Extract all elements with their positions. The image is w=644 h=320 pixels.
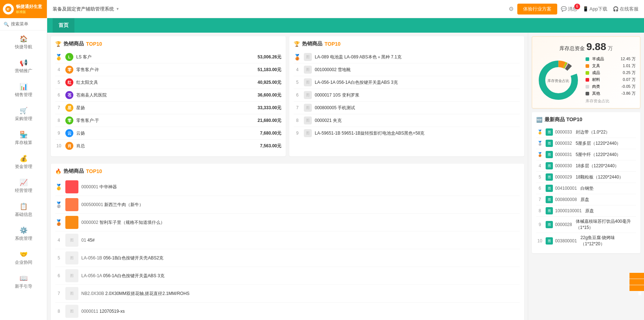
hot-products-title: 🔥 热销商品 TOP10 [55, 168, 520, 175]
hot-item: 7 图 NB2.0X30B 2.0X30MM双搓花轴,搓花直径2.1MM/ROH… [55, 285, 520, 303]
sidebar-item-purchase[interactable]: 🛒 采购管理 [0, 102, 47, 126]
legend-item: 材料 0.07 万 [586, 77, 636, 82]
float-live-btn[interactable]: 直播 [629, 285, 644, 291]
list-item: 9 图 LA-59651-1B 59651-1B旋转投影灯电池盒ABS黑色+58… [294, 127, 520, 139]
latest-item: 🥈 图 0000032 5厘多层（1220*2440） [536, 138, 636, 149]
gold-medal-icon: 🥇 [55, 184, 62, 190]
top-customers-title: 🏆 热销商品 TOP10 [55, 41, 281, 47]
mobile-icon: 📱 [583, 6, 588, 12]
sidebar-item-enterprise[interactable]: 🤝 企业协同 [0, 246, 47, 270]
latest-img: 图 [546, 237, 553, 245]
tab-home[interactable]: 首页 [53, 18, 74, 33]
product-img-placeholder: 图 [304, 66, 312, 74]
product-img-placeholder: 图 [304, 53, 312, 61]
list-item: 4 图 001000002 雪地靴 [294, 63, 520, 76]
sidebar-item-inventory[interactable]: 🏪 库存核算 [0, 126, 47, 150]
message-action[interactable]: 💬 消息 6 [561, 6, 577, 12]
donut-chart-area: 库存资金占比 半成品 12.45 万 [537, 56, 636, 104]
legend-color-icon [586, 71, 589, 75]
trial-button[interactable]: 体验行业方案 [517, 4, 557, 15]
list-item: 6 图 0000017 10S 变利罗浆 [294, 89, 520, 102]
sidebar-nav: 🏠 快捷导航 📢 营销推广 📊 销售管理 🛒 采购管理 🏪 库存核算 💰 资金管… [0, 30, 47, 320]
legend-color-icon [586, 85, 589, 89]
list-item: 9 云 云扬 7,680.00元 [55, 127, 281, 140]
topbar-actions: 💬 消息 6 📱 App下载 🎧 在线客服 [561, 6, 639, 12]
sidebar-item-quick-nav[interactable]: 🏠 快捷导航 [0, 30, 47, 54]
trending-icon: 📈 [20, 179, 28, 186]
legend-color-icon [586, 57, 589, 61]
list-item: 4 零 零售客户·许 51,183.00元 [55, 63, 281, 76]
top-customers-list: 🥇 L LS 客户 53,006.26元 4 零 零售客户·许 51,183.0… [55, 51, 281, 152]
svg-text:好: 好 [6, 7, 10, 11]
float-community-btn[interactable]: 服务社区 [629, 279, 644, 285]
search-menu-item[interactable]: 🔍 搜索菜单 [0, 18, 47, 30]
inventory-total: 库存总资金 9.88 万 [537, 41, 636, 53]
latest-item: 🥇 图 0000033 封边带（1.0*22） [536, 127, 636, 138]
top-products-right-list: 🥉 图 LA-089 电池盖 LA-089 ABS本色＋黑种 7.1克 4 图 … [294, 51, 520, 139]
sidebar-item-guide[interactable]: 📖 新手引导 [0, 270, 47, 294]
megaphone-icon: 📢 [20, 59, 28, 67]
bronze-medal-icon: 🥉 [294, 54, 301, 61]
list-item: 7 图 000800005 手机测试 [294, 102, 520, 114]
trophy-icon-2: 🏆 [294, 41, 300, 47]
hot-img [65, 216, 78, 229]
customer-badge: 零 [65, 66, 73, 74]
inventory-legend: 半成品 12.45 万 文具 1.01 万 [586, 56, 636, 104]
latest-products-list: 🥇 图 0000033 封边带（1.0*22） 🥈 图 0000032 5厘多层… [536, 127, 636, 249]
customer-badge: 红 [65, 78, 73, 86]
customer-badge: 星 [65, 104, 73, 112]
hot-products-card: 🔥 热销商品 TOP10 🥇 0000001 中华神器 [51, 164, 524, 320]
sidebar-item-operations[interactable]: 📈 经营管理 [0, 174, 47, 198]
logo-icon: 好 [3, 4, 14, 15]
gold-medal-icon: 🥇 [55, 54, 62, 61]
latest-img: 图 [546, 221, 553, 228]
headset-icon: 🎧 [613, 6, 619, 12]
hot-img [65, 180, 78, 193]
topbar: 装备及固定资产辅助管理系统 ▼ ⚙ 体验行业方案 💬 消息 6 📱 App下载 … [47, 0, 644, 18]
home-icon: 🏠 [20, 35, 28, 43]
hot-item: 🥇 0000001 中华神器 [55, 178, 520, 196]
hot-img-placeholder: 图 [65, 287, 78, 300]
sidebar: 好 畅捷通好生意 标准版 🔍 搜索菜单 🏠 快捷导航 📢 营销推广 📊 销售管理… [0, 0, 47, 320]
legend-item: 肉类 -0.05 万 [586, 84, 636, 89]
latest-item: 4 图 0000030 18多层（1220*2440） [536, 160, 636, 172]
product-img-placeholder: 图 [304, 116, 312, 124]
svg-text:库存资金占比: 库存资金占比 [547, 79, 569, 83]
chart-icon: 📊 [20, 83, 28, 91]
list-item: 🥇 L LS 客户 53,006.26元 [55, 51, 281, 63]
list-item: 🥉 图 LA-089 电池盖 LA-089 ABS本色＋黑种 7.1克 [294, 51, 520, 63]
center-panels: 🏆 热销商品 TOP10 🥇 L LS 客户 53,006.26元 [47, 33, 644, 320]
settings-icon: ⚙️ [20, 226, 28, 234]
top-two-col: 🏆 热销商品 TOP10 🥇 L LS 客户 53,006.26元 [47, 33, 528, 156]
top-customers-card: 🏆 热销商品 TOP10 🥇 L LS 客户 53,006.26元 [51, 36, 286, 156]
legend-item: 其他 -3.86 万 [586, 91, 636, 96]
settings-gear-icon[interactable]: ⚙ [509, 5, 514, 12]
legend-color-icon [586, 92, 589, 95]
hot-products-section: 🔥 热销商品 TOP10 🥇 0000001 中华神器 [47, 160, 528, 320]
list-item: 5 图 LA-056-1A 056-1A白色按键开关盖ABS 3克 [294, 76, 520, 89]
sidebar-item-marketing[interactable]: 📢 营销推广 [0, 54, 47, 78]
latest-item: 9 图 0000028 体械嘉枝味苏打饮品400毫升（1*15） [536, 217, 636, 233]
sidebar-item-system[interactable]: ⚙️ 系统管理 [0, 222, 47, 246]
list-item: 6 苍 苍南县人民医院 36,600.00元 [55, 89, 281, 102]
latest-item: 6 图 004100001 白钢垫 [536, 183, 636, 194]
sidebar-item-basic-info[interactable]: 📋 基础信息 [0, 198, 47, 222]
hot-products-list: 🥇 0000001 中华神器 🥈 [55, 178, 520, 320]
money-icon: 💰 [20, 155, 28, 163]
float-customer-service-btn[interactable]: 客服热线 [629, 273, 644, 279]
app-download-action[interactable]: 📱 App下载 [583, 6, 607, 12]
donut-chart-svg: 库存资金占比 [537, 58, 580, 102]
legend-item: 成品 0.25 万 [586, 70, 636, 75]
latest-img: 图 [546, 173, 553, 181]
sidebar-item-sales[interactable]: 📊 销售管理 [0, 78, 47, 102]
latest-item: 7 图 000800008 原盘 [536, 194, 636, 205]
fire-icon: 🔥 [55, 168, 61, 174]
latest-img: 图 [546, 196, 553, 203]
right-panel: 库存总资金 9.88 万 库存资金占比 [528, 33, 644, 320]
list-item: 8 零 零售客户·于 21,680.00元 [55, 114, 281, 127]
product-img-placeholder: 图 [304, 129, 312, 137]
sidebar-item-finance[interactable]: 💰 资金管理 [0, 150, 47, 174]
latest-img: 图 [546, 207, 553, 214]
latest-products-title: 🆕 最新商品 TOP10 [536, 116, 636, 123]
online-service-action[interactable]: 🎧 在线客服 [613, 6, 639, 12]
